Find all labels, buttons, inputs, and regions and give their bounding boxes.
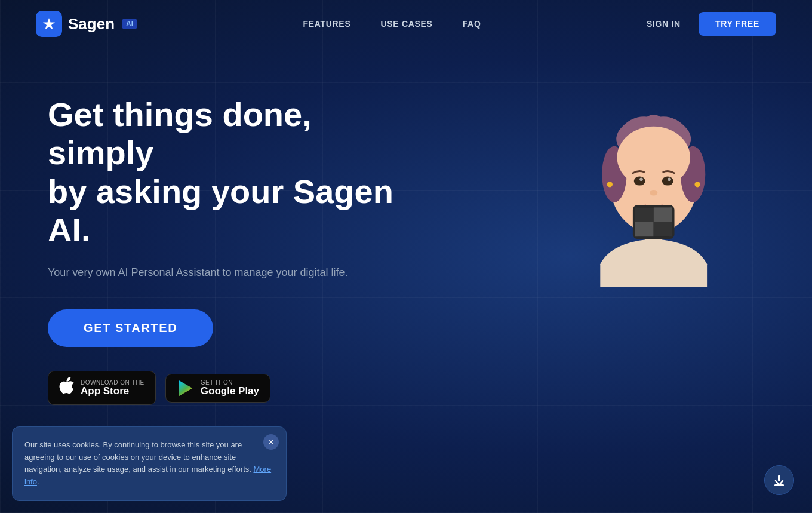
- svg-point-21: [694, 182, 700, 187]
- svg-rect-17: [654, 207, 672, 222]
- svg-rect-19: [654, 222, 672, 236]
- app-badges: Download on the App Store GET IT ON Goog…: [48, 371, 418, 405]
- svg-rect-18: [635, 222, 654, 236]
- svg-point-12: [650, 190, 657, 195]
- svg-point-11: [668, 177, 671, 181]
- google-play-text: GET IT ON Google Play: [201, 379, 259, 397]
- nav-use-cases[interactable]: USE CASES: [380, 19, 432, 29]
- app-store-main-text: App Store: [81, 386, 144, 397]
- nav-faq[interactable]: FAQ: [463, 19, 481, 29]
- cookie-banner: × Our site uses cookies. By continuing t…: [12, 426, 287, 501]
- brand-name: Sagen: [68, 15, 115, 33]
- ai-badge: AI: [122, 19, 137, 29]
- download-icon: [773, 474, 786, 487]
- hero-title-line1: Get things done, simply: [48, 96, 312, 171]
- hero-subtitle: Your very own AI Personal Assistant to m…: [48, 264, 418, 281]
- navbar: Sagen AI FEATURES USE CASES FAQ SIGN IN …: [0, 0, 812, 48]
- ai-avatar: [561, 96, 740, 287]
- google-play-badge[interactable]: GET IT ON Google Play: [165, 374, 270, 403]
- app-store-badge[interactable]: Download on the App Store: [48, 371, 156, 405]
- svg-rect-16: [635, 207, 654, 222]
- google-play-icon: [177, 379, 195, 397]
- app-store-text: Download on the App Store: [81, 379, 144, 397]
- svg-point-20: [607, 182, 613, 187]
- svg-point-9: [662, 177, 673, 186]
- logo-icon: [36, 11, 62, 37]
- hero-title: Get things done, simply by asking your S…: [48, 96, 418, 250]
- nav-links: FEATURES USE CASES FAQ: [303, 19, 481, 29]
- svg-point-8: [634, 177, 645, 186]
- svg-point-7: [617, 127, 690, 189]
- hero-section: Get things done, simply by asking your S…: [0, 48, 418, 405]
- cookie-close-button[interactable]: ×: [263, 434, 279, 450]
- scroll-down-button[interactable]: [764, 465, 794, 495]
- try-free-button[interactable]: TRY FREE: [699, 12, 776, 36]
- get-started-button[interactable]: GET STARTED: [48, 309, 213, 347]
- cookie-message: Our site uses cookies. By continuing to …: [24, 440, 251, 474]
- nav-right: SIGN IN TRY FREE: [647, 12, 776, 36]
- hero-title-line2: by asking your Sagen AI.: [48, 173, 393, 248]
- logo-area[interactable]: Sagen AI: [36, 11, 137, 37]
- google-play-main-text: Google Play: [201, 386, 259, 397]
- svg-rect-23: [774, 484, 784, 486]
- svg-point-10: [639, 177, 643, 181]
- svg-rect-22: [778, 475, 780, 481]
- svg-marker-0: [179, 380, 193, 396]
- nav-features[interactable]: FEATURES: [303, 19, 350, 29]
- sign-in-link[interactable]: SIGN IN: [647, 19, 681, 29]
- apple-icon: [59, 377, 75, 398]
